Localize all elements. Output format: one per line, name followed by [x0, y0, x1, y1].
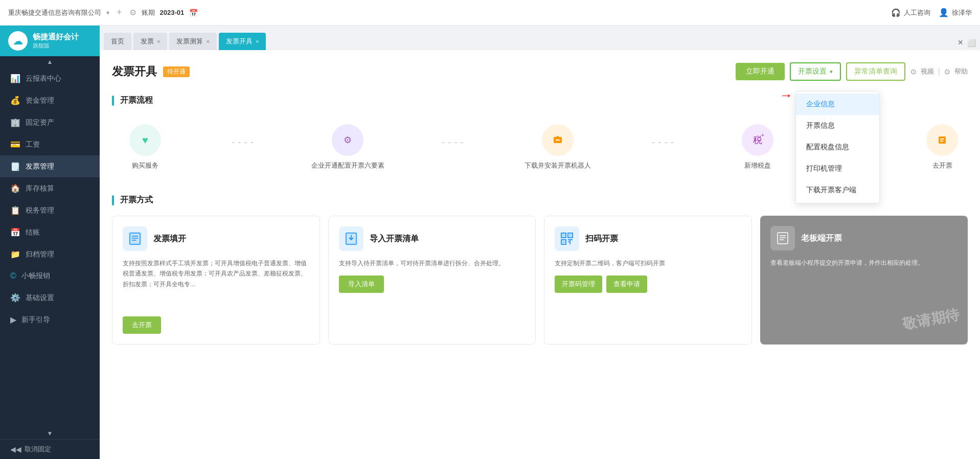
sidebar-item-jiezhang[interactable]: 📅 结账 — [0, 221, 100, 243]
sidebar-logo: ☁ 畅捷通好会计 旗舰版 — [0, 26, 100, 56]
process-step-5: 去开票 — [917, 124, 968, 170]
method-fill-header: 发票填开 — [123, 226, 309, 251]
tab-fapiao-cesuan-close[interactable]: × — [206, 38, 209, 44]
sidebar-item-kucun-label: 库存核算 — [26, 184, 54, 193]
process-arrow-1: - - - - — [178, 136, 307, 158]
sidebar-scroll-down[interactable]: ▼ — [0, 428, 100, 439]
methods-title-bar — [112, 195, 114, 205]
dropdown-item-dayinji[interactable]: 打印机管理 — [796, 158, 879, 179]
scan-btn1[interactable]: 开票码管理 — [555, 276, 602, 293]
sidebar-item-xinshou[interactable]: ▶ 新手引导 — [0, 309, 100, 331]
anomaly-btn[interactable]: 异常清单查询 — [846, 62, 905, 81]
divider: | — [938, 67, 940, 76]
sidebar-item-kucun[interactable]: 🏠 库存核算 — [0, 177, 100, 199]
step5-icon — [926, 124, 958, 156]
process-arrow-2: - - - - — [389, 136, 517, 158]
dropdown-item-peizhi[interactable]: 配置税盘信息 — [796, 136, 879, 158]
scan-btns: 开票码管理 查看申请 — [555, 276, 741, 293]
fill-icon-wrap — [123, 226, 147, 251]
fapiao-icon: 🗒️ — [10, 162, 20, 171]
shuiwu-icon: 📋 — [10, 205, 20, 215]
sidebar: ☁ 畅捷通好会计 旗舰版 ▲ 📊 云报表中心 💰 资金管理 🏢 固定资产 — [0, 26, 100, 459]
fill-btn[interactable]: 去开票 — [123, 316, 161, 334]
logo-text-area: 畅捷通好会计 旗舰版 — [33, 32, 79, 50]
video-help-area[interactable]: ⊙ 视频 | ⊙ 帮助 — [910, 67, 968, 76]
gongzi-icon: 💳 — [10, 140, 20, 149]
page-title-area: 发票开具 待开通 — [112, 64, 190, 79]
human-consult-label: 人工咨询 — [904, 8, 930, 17]
settings-chevron-icon: ▾ — [830, 68, 833, 75]
company-dropdown-icon[interactable]: ▾ — [106, 9, 109, 16]
tab-home[interactable]: 首页 — [104, 33, 131, 50]
process-step-3: 下载并安装开票机器人 — [517, 124, 599, 170]
page-title: 发票开具 — [112, 64, 157, 79]
boss-icon-wrap — [770, 226, 795, 250]
sidebar-bottom-action[interactable]: ◀◀ 取消固定 — [0, 439, 100, 459]
top-bar-right: 🎧 人工咨询 👤 徐泽华 — [891, 8, 972, 17]
sidebar-item-yunbao[interactable]: 📊 云报表中心 — [0, 67, 100, 89]
sidebar-item-gongzi-label: 工资 — [26, 140, 40, 149]
sidebar-item-xiaochang[interactable]: © 小畅报销 — [0, 265, 100, 287]
company-name[interactable]: 重庆畅捷交通信息咨询有限公司 — [8, 8, 101, 17]
settings-btn-label: 开票设置 — [798, 67, 827, 76]
method-card-scan: 扫码开票 支持定制开票二维码，客户端可扫码开票 开票码管理 查看申请 — [544, 216, 752, 345]
svg-rect-7 — [557, 136, 559, 138]
scan-btn2[interactable]: 查看申请 — [606, 276, 647, 293]
sidebar-item-shuiwu[interactable]: 📋 税务管理 — [0, 199, 100, 221]
xiaochang-icon: © — [10, 271, 16, 281]
add-tab-icon[interactable]: + — [117, 7, 122, 18]
tab-fapiao-cesuan-label: 发票测算 — [176, 37, 203, 46]
tab-fapiao-kaiju-close[interactable]: × — [256, 38, 259, 44]
sidebar-item-jichushezhi-label: 基础设置 — [26, 293, 54, 303]
sidebar-item-zijin[interactable]: 💰 资金管理 — [0, 89, 100, 111]
method-import-header: 导入开票清单 — [339, 226, 526, 251]
dropdown-item-qiyexinxi[interactable]: 企业信息 — [796, 94, 879, 115]
settings-icon[interactable]: ⚙ — [129, 8, 136, 17]
maximize-window-btn[interactable]: ⬜ — [967, 39, 976, 47]
tab-fapiao-kaiju[interactable]: 发票开具 × — [219, 33, 266, 50]
method-card-boss: 老板端开票 查看老板端小程序提交的开票申请，并作出相应的处理。 敬请期待 — [760, 216, 968, 345]
svg-rect-28 — [562, 241, 565, 243]
sidebar-item-gudingzichan-label: 固定资产 — [26, 118, 54, 127]
fill-desc: 支持按照发票样式手工填开发票；可开具增值税电子普通发票、增值税普通发票、增值税专… — [123, 258, 309, 309]
user-icon: 👤 — [939, 8, 949, 17]
process-arrow-3: - - - - — [599, 136, 727, 158]
tab-bar: 首页 发票 × 发票测算 × 发票开具 × × ⬜ — [100, 26, 980, 50]
jichushezhi-icon: ⚙️ — [10, 293, 20, 303]
human-consult-btn[interactable]: 🎧 人工咨询 — [891, 8, 930, 17]
boss-title: 老板端开票 — [801, 233, 842, 244]
tab-fapiao-cesuang[interactable]: 发票测算 × — [169, 33, 216, 50]
import-icon-wrap — [339, 226, 363, 251]
dropdown-item-kaipiaoxinxi[interactable]: 开票信息 — [796, 115, 879, 136]
red-arrow: → — [780, 87, 793, 103]
sidebar-item-fapiao[interactable]: 🗒️ 发票管理 — [0, 155, 100, 177]
step1-label: 购买服务 — [132, 161, 158, 170]
sidebar-scroll-up[interactable]: ▲ — [0, 56, 100, 67]
step5-label: 去开票 — [932, 161, 952, 170]
close-window-btn[interactable]: × — [958, 37, 963, 48]
step3-label: 下载并安装开票机器人 — [525, 161, 591, 170]
step1-icon: ♥ — [129, 124, 161, 156]
svg-rect-12 — [939, 136, 946, 144]
settings-btn[interactable]: 开票设置 ▾ — [790, 62, 841, 81]
sidebar-item-guidang[interactable]: 📁 归档管理 — [0, 243, 100, 265]
boss-overlay-text: 敬请期待 — [901, 305, 961, 334]
sidebar-item-gongzi[interactable]: 💳 工资 — [0, 133, 100, 155]
sidebar-bottom-label: 取消固定 — [25, 445, 51, 454]
dropdown-item-xiazai[interactable]: 下载开票客户端 — [796, 179, 879, 201]
sidebar-item-gudingzichan[interactable]: 🏢 固定资产 — [0, 111, 100, 133]
method-card-fill: 发票填开 支持按照发票样式手工填开发票；可开具增值税电子普通发票、增值税普通发票… — [112, 216, 320, 345]
user-info[interactable]: 👤 徐泽华 — [939, 8, 972, 17]
gudingzichan-icon: 🏢 — [10, 118, 20, 127]
import-btn[interactable]: 导入清单 — [339, 276, 384, 293]
calendar-icon[interactable]: 📅 — [189, 9, 198, 17]
tab-fapiao[interactable]: 发票 × — [133, 33, 167, 50]
sidebar-item-jichushezhi[interactable]: ⚙️ 基础设置 — [0, 287, 100, 309]
tab-fapiao-close[interactable]: × — [157, 38, 160, 44]
period-value: 2023-01 — [160, 9, 185, 16]
methods-section: 开票方式 发票填开 支持按照发票样式手工填开发票；可开具增值税电子普通发票、增值… — [112, 195, 968, 345]
process-step-4: 税+ 新增税盘 — [727, 124, 788, 170]
sidebar-item-guidang-label: 归档管理 — [26, 250, 54, 259]
activate-btn[interactable]: 立即开通 — [736, 63, 785, 80]
headset-icon: 🎧 — [891, 8, 901, 17]
